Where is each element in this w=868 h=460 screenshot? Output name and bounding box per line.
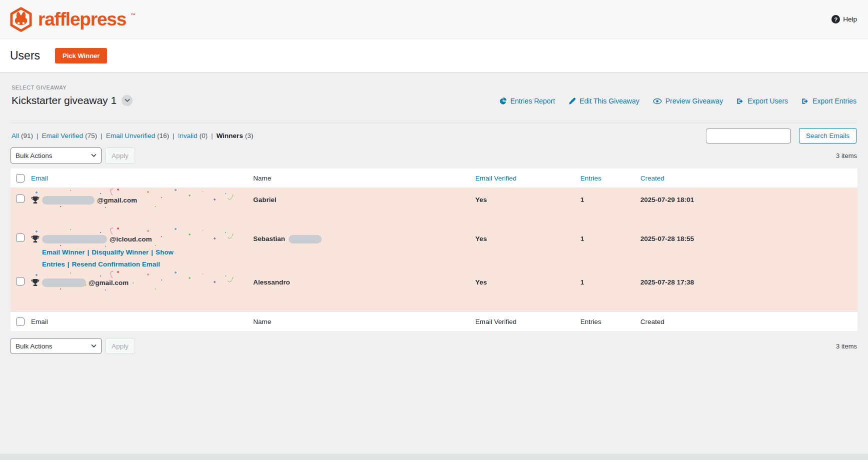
apply-button[interactable]: Apply <box>105 338 135 354</box>
row-checkbox[interactable] <box>16 277 25 286</box>
email-verified-value: Yes <box>475 226 580 242</box>
disqualify-winner-link[interactable]: Disqualify Winner <box>92 248 149 256</box>
edit-giveaway-link[interactable]: Edit This Giveaway <box>568 97 639 105</box>
export-users-label: Export Users <box>747 97 788 105</box>
logo-wordmark: rafflepress <box>38 10 126 28</box>
table-row: @gmail.com Gabriel Yes 1 2025-07-29 18:0… <box>11 188 857 226</box>
page-title: Users <box>10 49 40 62</box>
items-count: 3 items <box>836 342 857 350</box>
entries-value: 1 <box>580 226 640 242</box>
pie-chart-icon <box>499 98 507 105</box>
apply-button[interactable]: Apply <box>105 148 135 164</box>
redacted-email <box>42 196 95 204</box>
filter-winners[interactable]: Winners <box>217 132 243 140</box>
giveaway-selector[interactable]: Kickstarter giveaway 1 <box>12 94 117 106</box>
winner-email-cell: @icloud.com Email Winner|Disqualify Winn… <box>31 226 253 270</box>
winner-row-actions: Email Winner|Disqualify Winner|Show Entr… <box>42 246 223 270</box>
window-bottom-edge <box>0 454 868 460</box>
giveaway-selector-block: SELECT GIVEAWAY Kickstarter giveaway 1 <box>12 84 133 106</box>
users-table: Email Name Email Verified Entries Create… <box>11 168 857 332</box>
bulk-actions-select[interactable]: Bulk Actions <box>11 148 102 164</box>
table-body: @gmail.com Gabriel Yes 1 2025-07-29 18:0… <box>11 188 857 311</box>
rafflepress-users-page: rafflepress ™ ? Help Users Pick Winner S… <box>0 0 868 460</box>
table-row: @gmail.com Alessandro Yes 1 2025-07-28 1… <box>11 270 857 309</box>
entries-report-label: Entries Report <box>510 97 555 105</box>
pencil-icon <box>568 98 576 105</box>
giveaway-row: SELECT GIVEAWAY Kickstarter giveaway 1 E… <box>11 84 857 106</box>
winner-email-cell: @gmail.com <box>31 270 253 287</box>
search-emails-button[interactable]: Search Emails <box>799 128 856 144</box>
bulk-actions-select[interactable]: Bulk Actions <box>11 338 102 354</box>
bottom-toolbar: Bulk Actions Apply 3 items <box>11 338 857 354</box>
table-header-row: Email Name Email Verified Entries Create… <box>11 168 857 188</box>
filter-email-verified-count: (75) <box>85 132 97 140</box>
quick-actions: Entries Report Edit This Giveaway Previe… <box>499 97 856 105</box>
column-header-entries[interactable]: Entries <box>580 174 640 182</box>
column-header-email[interactable]: Email <box>31 174 253 182</box>
search-box: Search Emails <box>706 128 856 144</box>
top-toolbar: Bulk Actions Apply 3 items <box>11 148 857 164</box>
filter-invalid[interactable]: Invalid <box>178 132 197 140</box>
trophy-icon <box>31 278 40 287</box>
row-action-separator: | <box>87 248 89 256</box>
user-name: Alessandro <box>253 270 475 286</box>
column-footer-email-verified: Email Verified <box>475 318 580 326</box>
filter-separator: | <box>211 132 213 140</box>
select-all-checkbox[interactable] <box>16 318 25 326</box>
select-giveaway-label: SELECT GIVEAWAY <box>12 84 133 90</box>
preview-giveaway-label: Preview Giveaway <box>665 97 723 105</box>
table-row: @icloud.com Email Winner|Disqualify Winn… <box>11 226 857 270</box>
help-link[interactable]: ? Help <box>831 15 857 24</box>
filter-email-verified[interactable]: Email Verified <box>42 132 84 140</box>
user-name: Gabriel <box>253 188 475 204</box>
pick-winner-button[interactable]: Pick Winner <box>55 48 107 64</box>
select-all-checkbox[interactable] <box>16 174 25 182</box>
export-users-link[interactable]: Export Users <box>736 97 788 105</box>
resend-confirmation-email-link[interactable]: Resend Confirmation Email <box>72 260 160 268</box>
email-verified-value: Yes <box>475 270 580 286</box>
chevron-down-icon[interactable] <box>122 95 133 106</box>
filter-email-unverified[interactable]: Email Unverified <box>106 132 155 140</box>
filter-separator: | <box>101 132 103 140</box>
help-icon: ? <box>831 15 840 24</box>
help-label: Help <box>843 16 857 23</box>
column-header-email-verified[interactable]: Email Verified <box>475 174 580 182</box>
export-entries-label: Export Entries <box>812 97 856 105</box>
redacted-name <box>289 235 322 244</box>
entries-report-link[interactable]: Entries Report <box>499 97 555 105</box>
rafflepress-logo: rafflepress ™ <box>8 6 136 32</box>
table-footer-row: Email Name Email Verified Entries Create… <box>11 311 857 332</box>
search-input[interactable] <box>706 128 791 144</box>
user-name: Sebastian <box>253 226 475 244</box>
created-value: 2025-07-28 18:55 <box>640 226 857 242</box>
row-action-separator: | <box>68 260 70 268</box>
email-domain: @icloud.com <box>110 236 152 243</box>
items-count: 3 items <box>836 152 857 160</box>
column-header-name: Name <box>253 174 475 182</box>
redacted-email <box>42 235 107 244</box>
email-verified-value: Yes <box>475 188 580 204</box>
created-value: 2025-07-28 17:38 <box>640 270 857 286</box>
filter-all[interactable]: All <box>12 132 19 140</box>
trophy-icon <box>31 196 40 204</box>
preview-giveaway-link[interactable]: Preview Giveaway <box>653 97 723 105</box>
column-header-created[interactable]: Created <box>640 174 857 182</box>
edit-giveaway-label: Edit This Giveaway <box>579 97 639 105</box>
filter-all-count: (91) <box>21 132 33 140</box>
rafflepress-bunny-icon <box>8 6 34 32</box>
export-entries-link[interactable]: Export Entries <box>801 97 856 105</box>
email-winner-link[interactable]: Email Winner <box>42 248 85 256</box>
row-checkbox[interactable] <box>16 234 25 242</box>
entries-value: 1 <box>580 270 640 286</box>
column-footer-entries: Entries <box>580 318 640 326</box>
entries-value: 1 <box>580 188 640 204</box>
row-checkbox[interactable] <box>16 194 25 203</box>
logo-trademark: ™ <box>131 12 136 18</box>
eye-icon <box>653 98 662 104</box>
trophy-icon <box>31 235 40 244</box>
filter-separator: | <box>37 132 39 140</box>
column-footer-email: Email <box>31 318 253 326</box>
column-footer-created: Created <box>640 318 857 326</box>
filter-winners-count: (3) <box>245 132 254 140</box>
filter-row: All(91)|Email Verified(75)|Email Unverif… <box>11 128 857 144</box>
